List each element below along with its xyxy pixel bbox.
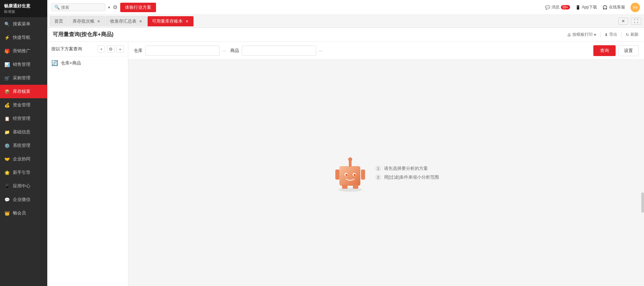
sidebar-item-inventory[interactable]: 📦 库存核算 — [0, 85, 47, 98]
topbar-dropdown[interactable]: ▾ — [108, 5, 110, 10]
topbar-search-box[interactable]: 🔍 — [51, 3, 105, 11]
fullscreen-btn[interactable]: ⛶ — [631, 18, 641, 25]
empty-hint-1: 1 请先选择要分析的方案 — [375, 165, 439, 172]
tab-close-batch[interactable]: × — [97, 19, 101, 24]
sidebar-item-purchase[interactable]: 🛒 采购管理 — [0, 71, 47, 85]
tab-batch[interactable]: 库存批次账× — [68, 16, 105, 26]
svg-rect-10 — [361, 170, 365, 180]
page-title: 可用量查询(按仓库+商品) — [53, 31, 113, 38]
message-item[interactable]: 💬 消息 99+ — [545, 4, 570, 10]
trial-button[interactable]: 体验行业方案 — [120, 3, 156, 12]
page-header: 可用量查询(按仓库+商品) 🖨 按模板打印 ▾ ⬇ 导出 ↻ 刷新 — [47, 28, 644, 42]
sidebar-label-wechat: 企业微信 — [13, 197, 30, 203]
tab-summary[interactable]: 收发存汇总表× — [106, 16, 147, 26]
refresh-label: 刷新 — [630, 32, 639, 37]
search-input[interactable] — [61, 5, 95, 10]
warehouse-more-btn[interactable]: ··· — [222, 48, 226, 53]
warehouse-label: 仓库 — [134, 48, 143, 54]
refresh-btn[interactable]: ↻ 刷新 — [626, 32, 639, 37]
sidebar-item-marketing[interactable]: 🎁 营销推广 — [0, 44, 47, 58]
topbar-right: 💬 消息 99+ 📱 App下载 🎧 在线客服 Rit — [545, 3, 640, 12]
topbar: 🔍 ▾ ⚙ 体验行业方案 💬 消息 99+ 📱 App下载 🎧 在线客服 Rit — [47, 0, 644, 15]
product-more-btn[interactable]: ··· — [319, 48, 323, 53]
filter-actions: + ⚙ « — [98, 45, 124, 53]
tab-close-summary[interactable]: × — [138, 19, 143, 24]
sidebar-item-sales[interactable]: 📊 销售管理 — [0, 58, 47, 71]
filter-add-btn[interactable]: + — [98, 45, 105, 53]
sidebar-label-search: 搜索菜单 — [13, 21, 30, 27]
filter-collapse-btn[interactable]: « — [117, 45, 124, 53]
user-text: Rit — [633, 5, 637, 9]
query-bar: 仓库 ··· 商品 ··· 查询 设置 — [128, 42, 644, 60]
sidebar-label-purchase: 采购管理 — [13, 75, 30, 81]
hint1-text: 请先选择要分析的方案 — [384, 165, 428, 172]
message-icon: 💬 — [545, 5, 550, 10]
sidebar-label-member: 畅会员 — [13, 210, 26, 216]
sidebar-scroll: 🔍 搜索菜单⚡ 快捷导航🎁 营销推广📊 销售管理🛒 采购管理📦 库存核算💰 资金… — [0, 17, 47, 286]
sidebar-item-system[interactable]: ⚙️ 系统管理 — [0, 139, 47, 152]
filter-header: 按以下方案查询 + ⚙ « — [47, 42, 128, 56]
sidebar-label-enterprise: 企业协同 — [13, 156, 30, 162]
service-item[interactable]: 🎧 在线客服 — [602, 4, 625, 10]
sidebar-item-finance[interactable]: 💰 资金管理 — [0, 98, 47, 112]
sidebar-item-appstore[interactable]: 📱 应用中心 — [0, 179, 47, 193]
tab-label-summary: 收发存汇总表 — [110, 18, 136, 24]
sidebar-label-operation: 经营管理 — [13, 115, 30, 122]
topbar-gear-icon[interactable]: ⚙ — [113, 4, 118, 10]
filter-header-label: 按以下方案查询 — [51, 46, 82, 52]
warehouse-input[interactable] — [145, 46, 220, 56]
sidebar-label-marketing: 营销推广 — [13, 48, 30, 54]
divider1 — [600, 32, 600, 37]
sidebar-icon-search: 🔍 — [4, 21, 10, 27]
sidebar-item-wechat[interactable]: 💬 企业微信 — [0, 193, 47, 206]
sidebar-icon-newbie: 🌟 — [4, 170, 10, 176]
tab-available[interactable]: 可用量库存账本× — [148, 16, 193, 26]
svg-point-6 — [354, 174, 356, 176]
step2-num: 2 — [375, 174, 381, 180]
sidebar-item-operation[interactable]: 📋 经营管理 — [0, 112, 47, 125]
print-icon: 🖨 — [567, 32, 571, 37]
close-tab-btn[interactable]: ✕ — [618, 18, 628, 25]
empty-robot-svg — [333, 156, 367, 193]
sidebar-label-quick: 快捷导航 — [13, 34, 30, 41]
query-btn[interactable]: 查询 — [593, 45, 616, 56]
sidebar-icon-finance: 💰 — [4, 102, 10, 108]
sidebar-item-member[interactable]: 👑 畅会员 — [0, 206, 47, 220]
user-avatar[interactable]: Rit — [630, 3, 640, 12]
print-dropdown-icon: ▾ — [594, 32, 596, 37]
print-btn[interactable]: 🖨 按模板打印 ▾ — [567, 32, 596, 37]
setting-btn[interactable]: 设置 — [618, 45, 639, 56]
sidebar-label-finance: 资金管理 — [13, 102, 30, 108]
export-label: 导出 — [609, 32, 617, 37]
app-download-item[interactable]: 📱 App下载 — [575, 4, 597, 10]
sidebar-item-newbie[interactable]: 🌟 新手引导 — [0, 166, 47, 179]
svg-point-8 — [348, 157, 352, 161]
sidebar-icon-appstore: 📱 — [4, 183, 10, 189]
sidebar-label-newbie: 新手引导 — [13, 170, 30, 176]
filter-item-label: 仓库+商品 — [61, 60, 81, 66]
left-panel: 按以下方案查询 + ⚙ « 🔄 仓库+商品 — [47, 42, 128, 286]
tabbar: 首页库存批次账×收发存汇总表×可用量库存账本× ✕ ⛶ — [47, 15, 644, 28]
sidebar-item-enterprise[interactable]: 🤝 企业协同 — [0, 152, 47, 166]
service-label: 在线客服 — [609, 4, 625, 10]
tab-home[interactable]: 首页 — [50, 16, 68, 26]
filter-scheme-icon: 🔄 — [51, 60, 58, 66]
sidebar-item-search[interactable]: 🔍 搜索菜单 — [0, 17, 47, 31]
filter-item-warehouse-product[interactable]: 🔄 仓库+商品 — [47, 56, 128, 70]
sidebar-item-basic[interactable]: 📁 基础信息 — [0, 125, 47, 139]
svg-rect-11 — [342, 185, 347, 189]
empty-illustration — [333, 156, 367, 190]
setting-icon: ⚙ — [109, 47, 113, 52]
product-input[interactable] — [242, 46, 316, 56]
tab-close-available[interactable]: × — [185, 19, 189, 24]
print-label: 按模板打印 — [572, 32, 593, 37]
filter-setting-btn[interactable]: ⚙ — [107, 45, 114, 53]
sidebar-item-quick[interactable]: ⚡ 快捷导航 — [0, 31, 47, 44]
right-scrollbar[interactable] — [641, 192, 644, 213]
export-btn[interactable]: ⬇ 导出 — [604, 32, 617, 37]
sidebar-icon-quick: ⚡ — [4, 34, 10, 41]
edition-label: 标准版 — [4, 9, 43, 14]
sidebar-icon-system: ⚙️ — [4, 142, 10, 149]
service-icon: 🎧 — [602, 5, 608, 10]
message-badge: 99+ — [561, 5, 570, 9]
